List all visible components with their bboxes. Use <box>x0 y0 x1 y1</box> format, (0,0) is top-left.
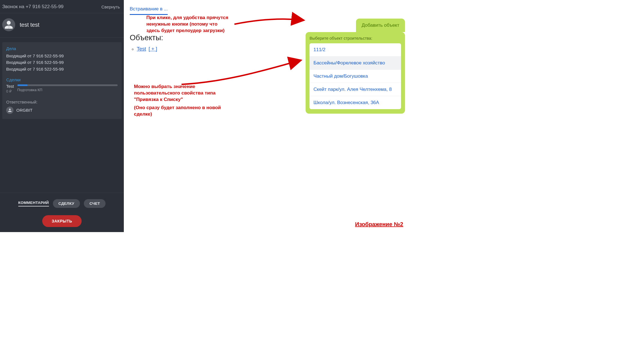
object-option-list: 111/2 Бассейны/Форелевое хозяйство Частн… <box>310 43 401 109</box>
annotation-mid-line2: (Оно сразу будет заполнено в новой сделк… <box>134 105 227 118</box>
responsible-label: Ответственный: <box>6 100 118 104</box>
deals-label: Сделки <box>6 77 118 82</box>
stage-progress-fill <box>17 84 28 86</box>
activity-item[interactable]: Входящий от 7 916 522-55-99 <box>6 59 118 66</box>
object-option[interactable]: 111/2 <box>310 43 401 57</box>
responsible-avatar <box>6 107 14 114</box>
object-option[interactable]: Частный дом/Богушовка <box>310 70 401 83</box>
activity-item[interactable]: Входящий от 7 916 522-55-99 <box>6 66 118 72</box>
deal-stage: Подготовка КП <box>17 84 118 92</box>
embed-panel: Встраивание в ... Объекты: Test [ + ] До… <box>124 0 410 232</box>
summary-card: Дела Входящий от 7 916 522-55-99 Входящи… <box>2 42 122 119</box>
object-option[interactable]: Школа/ул. Вознесенская, 36А <box>310 96 401 109</box>
call-title: Звонок на +7 916 522-55-99 <box>2 4 64 10</box>
person-icon <box>7 108 12 113</box>
tab-invoice-button[interactable]: СЧЕТ <box>84 199 106 208</box>
object-add-link[interactable]: [ + ] <box>149 46 157 52</box>
close-button[interactable]: ЗАКРЫТЬ <box>42 215 82 227</box>
object-option[interactable]: Бассейны/Форелевое хозяйство <box>310 57 401 70</box>
call-panel: Звонок на +7 916 522-55-99 Свернуть ? te… <box>0 0 124 232</box>
activity-item[interactable]: Входящий от 7 916 522-55-99 <box>6 53 118 59</box>
tab-comment[interactable]: КОММЕНТАРИЙ <box>18 201 49 206</box>
action-tabs: КОММЕНТАРИЙ СДЕЛКУ СЧЕТ <box>0 193 124 208</box>
embed-tab[interactable]: Встраивание в ... <box>130 0 168 15</box>
close-wrap: ЗАКРЫТЬ <box>0 208 124 232</box>
deal-row[interactable]: Test 0 ₽ Подготовка КП <box>6 84 118 93</box>
add-object-popup: Добавить объект Выберите объект строител… <box>306 19 405 114</box>
add-object-tab[interactable]: Добавить объект <box>356 19 405 32</box>
activities-label: Дела <box>6 46 118 51</box>
object-option[interactable]: Скейт парк/ул. Алея Челтенхема, 8 <box>310 83 401 96</box>
contact-avatar[interactable]: ? <box>2 18 15 31</box>
unknown-badge-icon: ? <box>8 26 10 30</box>
annotation-top: При клике, для удобства прячутся ненужны… <box>146 15 231 34</box>
contact-name[interactable]: test test <box>20 22 39 28</box>
stage-label: Подготовка КП <box>17 88 118 92</box>
collapse-link[interactable]: Свернуть <box>101 5 120 9</box>
annotation-arrow-icon <box>180 59 304 88</box>
object-link[interactable]: Test <box>137 46 146 52</box>
tab-deal-button[interactable]: СДЕЛКУ <box>53 199 80 208</box>
contact-row: ? test test <box>0 13 124 38</box>
call-header: Звонок на +7 916 522-55-99 Свернуть <box>0 0 124 13</box>
image-number-label: Изображение №2 <box>355 221 403 228</box>
deal-info: Test 0 ₽ <box>6 84 14 93</box>
responsible-name: ORGBIT <box>16 108 33 113</box>
annotation-arrow-icon <box>233 16 306 29</box>
add-object-body: Выберите объект строительства: 111/2 Бас… <box>306 32 405 114</box>
annotation-mid: Можно выбрать значение пользовательского… <box>134 84 227 118</box>
deal-amount: 0 ₽ <box>6 89 14 93</box>
stage-progress-track <box>17 84 118 86</box>
add-object-prompt: Выберите объект строительства: <box>310 36 401 41</box>
responsible-row[interactable]: ORGBIT <box>6 107 118 114</box>
deal-name: Test <box>6 84 14 89</box>
